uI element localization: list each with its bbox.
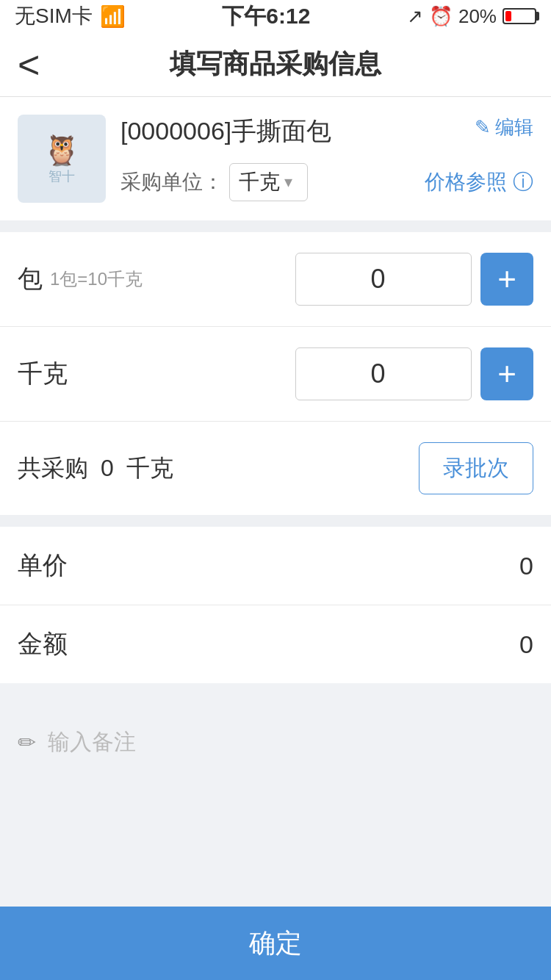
summary-row: 共采购 0 千克 录批次 (0, 422, 551, 515)
unit-price-label: 单价 (18, 549, 68, 583)
product-full-name: [0000006]手撕面包 (120, 115, 331, 148)
info-circle-icon: ⓘ (513, 168, 533, 196)
input-section: 包 1包=10千克 + 千克 + (0, 232, 551, 422)
kg-quantity-input[interactable] (295, 347, 472, 400)
confirm-button[interactable]: 确定 (0, 907, 551, 980)
bag-input-row: 包 1包=10千克 + (0, 232, 551, 327)
batch-label: 录批次 (443, 455, 509, 480)
chevron-down-icon: ▾ (284, 173, 292, 192)
unit-price-value: 0 (519, 552, 533, 580)
bag-quantity-input[interactable] (295, 253, 472, 306)
bag-sub-label: 1包=10千克 (50, 267, 143, 291)
unit-price-row: 单价 0 (0, 527, 551, 605)
product-info: [0000006]手撕面包 ✎ 编辑 采购单位： 千克 ▾ 价格参照 ⓘ (120, 115, 533, 201)
product-thumbnail: 🦉 智十 (18, 115, 106, 203)
product-card: 🦉 智十 [0000006]手撕面包 ✎ 编辑 采购单位： 千克 ▾ 价格参照 … (0, 97, 551, 220)
status-right: ↗ ⏰ 20% (407, 5, 536, 28)
edit-icon: ✎ (475, 116, 491, 139)
kg-plus-button[interactable]: + (480, 347, 533, 400)
battery-percent: 20% (458, 5, 497, 28)
divider-1 (0, 220, 551, 232)
summary-text: 共采购 0 千克 (18, 453, 173, 485)
battery-icon (503, 8, 536, 24)
bag-plus-button[interactable]: + (480, 253, 533, 306)
alarm-icon: ⏰ (429, 5, 453, 28)
kg-label: 千克 (18, 357, 68, 391)
carrier-label: 无SIM卡 (15, 2, 93, 30)
status-left: 无SIM卡 📶 (15, 2, 126, 30)
amount-label: 金额 (18, 627, 68, 661)
amount-row: 金额 0 (0, 605, 551, 683)
note-placeholder: 输入备注 (48, 727, 136, 757)
plus-icon-2: + (497, 356, 516, 392)
location-icon: ↗ (407, 5, 423, 28)
status-time: 下午6:12 (222, 1, 310, 32)
price-ref-label: 价格参照 (425, 168, 507, 196)
price-ref-button[interactable]: 价格参照 ⓘ (425, 168, 533, 196)
batch-button[interactable]: 录批次 (419, 442, 533, 494)
unit-select[interactable]: 千克 ▾ (229, 163, 308, 201)
back-arrow-icon: < (18, 43, 40, 87)
summary-amount: 0 (101, 455, 114, 481)
note-section[interactable]: ✏ 输入备注 (0, 683, 551, 801)
unit-value: 千克 (239, 168, 280, 196)
status-bar: 无SIM卡 📶 下午6:12 ↗ ⏰ 20% (0, 0, 551, 32)
nav-bar: < 填写商品采购信息 (0, 32, 551, 97)
edit-label: 编辑 (495, 115, 533, 140)
confirm-label: 确定 (249, 926, 302, 962)
summary-prefix: 共采购 (18, 455, 88, 481)
wifi-icon: 📶 (100, 4, 126, 29)
edit-button[interactable]: ✎ 编辑 (475, 115, 533, 140)
page-title: 填写商品采购信息 (170, 46, 381, 82)
divider-2 (0, 515, 551, 527)
back-button[interactable]: < (18, 43, 40, 87)
summary-unit: 千克 (126, 455, 173, 481)
unit-label: 采购单位： (120, 168, 223, 196)
bag-label: 包 (18, 262, 43, 296)
kg-input-row: 千克 + (0, 327, 551, 422)
amount-value: 0 (519, 630, 533, 659)
pencil-icon: ✏ (18, 729, 36, 755)
plus-icon: + (497, 261, 516, 298)
info-section: 单价 0 金额 0 (0, 527, 551, 683)
